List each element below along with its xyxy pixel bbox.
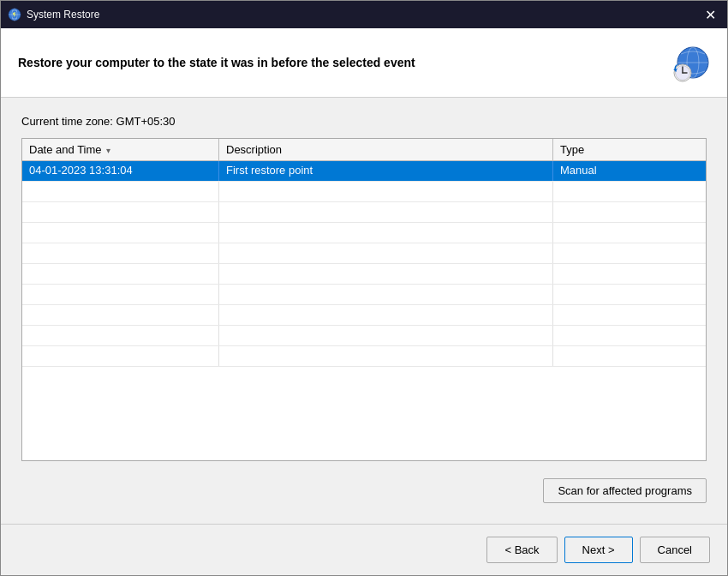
empty-row [22,223,706,243]
empty-row [22,202,706,223]
system-restore-window: System Restore ✕ Restore your computer t… [0,0,728,576]
cancel-button[interactable]: Cancel [640,537,710,563]
header-title: Restore your computer to the state it wa… [18,56,669,69]
header-restore-icon [669,42,710,83]
empty-row [22,346,706,367]
timezone-label: Current time zone: GMT+05:30 [21,115,707,128]
col-header-datetime: Date and Time ▾ [22,139,219,160]
title-bar-title: System Restore [27,9,99,21]
content-section: Current time zone: GMT+05:30 Date and Ti… [1,98,727,524]
footer-section: < Back Next > Cancel [1,524,727,575]
cell-description: First restore point [219,161,553,181]
empty-rows [22,182,706,367]
empty-row [22,182,706,202]
cell-datetime: 04-01-2023 13:31:04 [22,161,219,181]
restore-points-table[interactable]: Date and Time ▾ Description Type 04-01-2… [21,138,707,461]
empty-row [22,285,706,305]
empty-row [22,305,706,326]
table-body: 04-01-2023 13:31:04 First restore point … [22,161,706,367]
title-bar-left: System Restore [8,8,99,21]
next-button[interactable]: Next > [564,537,633,563]
col-header-description: Description [219,139,553,160]
back-button[interactable]: < Back [486,537,557,563]
close-button[interactable]: ✕ [700,4,720,25]
sort-arrow-icon: ▾ [106,146,110,155]
table-header: Date and Time ▾ Description Type [22,139,706,161]
col-header-type: Type [553,139,706,160]
empty-row [22,264,706,285]
scan-section: Scan for affected programs [21,471,707,507]
table-row[interactable]: 04-01-2023 13:31:04 First restore point … [22,161,706,182]
cell-type: Manual [553,161,706,181]
empty-row [22,243,706,264]
scan-for-programs-button[interactable]: Scan for affected programs [543,478,707,503]
restore-title-icon [8,8,21,21]
empty-row [22,326,706,346]
title-bar: System Restore ✕ [1,1,727,28]
header-section: Restore your computer to the state it wa… [1,28,727,98]
